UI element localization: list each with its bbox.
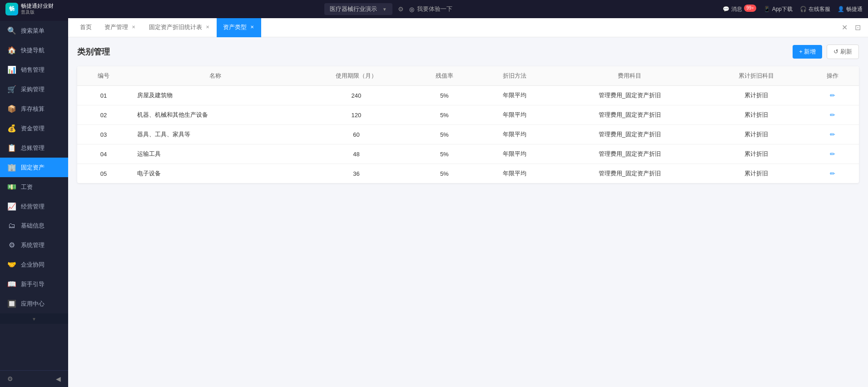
sidebar-item-salary[interactable]: 💵 工资 <box>0 177 68 197</box>
tab-asset-type-close[interactable]: ✕ <box>249 24 255 30</box>
col-expense: 费用科目 <box>553 66 706 86</box>
edit-icon[interactable]: ✏ <box>830 111 835 119</box>
cell-period: 60 <box>301 125 412 144</box>
cell-code: 04 <box>77 144 130 164</box>
sidebar-item-purchase[interactable]: 🛒 采购管理 <box>0 79 68 99</box>
sidebar-item-ledger[interactable]: 📋 总账管理 <box>0 138 68 158</box>
home-icon: 🏠 <box>7 46 16 55</box>
col-residual: 残值率 <box>412 66 476 86</box>
col-period: 使用期限（月） <box>301 66 412 86</box>
cell-operation[interactable]: ✏ <box>806 144 859 164</box>
tab-home[interactable]: 首页 <box>74 18 98 37</box>
tab-maximize-button[interactable]: ⊡ <box>853 21 863 34</box>
trial-text: 我要体验一下 <box>417 5 452 13</box>
cell-operation[interactable]: ✏ <box>806 86 859 105</box>
edit-icon[interactable]: ✏ <box>830 170 835 177</box>
sidebar-item-system[interactable]: ⚙ 系统管理 <box>0 235 68 255</box>
tab-asset-type-label: 资产类型 <box>223 23 247 31</box>
settings-button[interactable]: ⚙ <box>396 4 406 15</box>
cell-code: 02 <box>77 105 130 125</box>
messages-badge: 99+ <box>744 5 756 12</box>
ledger-icon: 📋 <box>7 144 16 152</box>
cell-operation[interactable]: ✏ <box>806 125 859 144</box>
app-download-icon: 📱 <box>764 6 770 12</box>
cell-expense: 管理费用_固定资产折旧 <box>553 105 706 125</box>
category-table: 编号 名称 使用期限（月） 残值率 折旧方法 费用科目 累计折旧科目 操作 01… <box>77 66 859 183</box>
sidebar-item-sales[interactable]: 📊 销售管理 <box>0 60 68 79</box>
user-button[interactable]: 👤 畅捷通 <box>838 5 863 13</box>
cell-name: 电子设备 <box>130 164 301 184</box>
page-content: 类别管理 + 新增 ↺ 刷新 编号 名称 使用期限（月） 残值率 折旧方法 费用… <box>68 37 868 387</box>
tab-depreciation-report[interactable]: 固定资产折旧统计表 ✕ <box>143 18 217 37</box>
sidebar-item-management[interactable]: 📈 经营管理 <box>0 197 68 216</box>
sidebar-item-enterprise[interactable]: 🤝 企业协同 <box>0 255 68 274</box>
sidebar-item-label: 基础信息 <box>21 222 45 230</box>
sidebar-item-label: 搜索菜单 <box>21 27 45 35</box>
tab-depreciation-report-label: 固定资产折旧统计表 <box>149 23 202 31</box>
edit-icon[interactable]: ✏ <box>830 131 835 138</box>
cell-expense: 管理费用_固定资产折旧 <box>553 164 706 184</box>
cell-residual: 5% <box>412 164 476 184</box>
app-download-button[interactable]: 📱 App下载 <box>764 5 793 13</box>
guide-icon: 📖 <box>7 280 16 288</box>
sidebar-item-label: 总账管理 <box>21 144 45 152</box>
sales-icon: 📊 <box>7 65 16 74</box>
sidebar-bottom: ⚙ ◀ <box>0 370 68 387</box>
table-row: 02 机器、机械和其他生产设备 120 5% 年限平均 管理费用_固定资产折旧 … <box>77 105 859 125</box>
header-left: 畅 畅捷通好业财 普及版 <box>5 3 54 15</box>
table-row: 03 器具、工具、家具等 60 5% 年限平均 管理费用_固定资产折旧 累计折旧… <box>77 125 859 144</box>
col-code: 编号 <box>77 66 130 86</box>
sidebar-item-label: 应用中心 <box>21 300 45 308</box>
tab-asset-type[interactable]: 资产类型 ✕ <box>217 18 261 37</box>
sidebar-item-quicknav[interactable]: 🏠 快捷导航 <box>0 40 68 60</box>
trial-button[interactable]: ◎ 我要体验一下 <box>409 5 452 13</box>
sidebar-item-label: 快捷导航 <box>21 46 45 55</box>
app-download-label: App下载 <box>772 5 793 13</box>
system-icon: ⚙ <box>7 241 16 249</box>
sidebar-item-capital[interactable]: 💰 资金管理 <box>0 119 68 138</box>
sidebar-item-apps[interactable]: 🔲 应用中心 <box>0 294 68 313</box>
cell-operation[interactable]: ✏ <box>806 105 859 125</box>
refresh-button[interactable]: ↺ 刷新 <box>827 45 859 59</box>
sidebar: 🔍 搜索菜单 🏠 快捷导航 📊 销售管理 🛒 采购管理 📦 库存核算 💰 资金管… <box>0 18 68 387</box>
sidebar-item-guide[interactable]: 📖 新手引导 <box>0 274 68 294</box>
top-header: 畅 畅捷通好业财 普及版 医疗器械行业演示 ▼ ⚙ ◎ 我要体验一下 💬 消息 … <box>0 0 868 18</box>
sidebar-item-basic[interactable]: 🗂 基础信息 <box>0 216 68 235</box>
col-operation: 操作 <box>806 66 859 86</box>
edit-icon[interactable]: ✏ <box>830 92 835 99</box>
messages-button[interactable]: 💬 消息 99+ <box>723 5 756 13</box>
page-title: 类别管理 <box>77 46 110 57</box>
sidebar-item-search[interactable]: 🔍 搜索菜单 <box>0 21 68 40</box>
new-button[interactable]: + 新增 <box>793 45 822 59</box>
tab-close-all-button[interactable]: ✕ <box>840 21 849 34</box>
cell-method: 年限平均 <box>476 125 553 144</box>
table-row: 04 运输工具 48 5% 年限平均 管理费用_固定资产折旧 累计折旧 ✏ <box>77 144 859 164</box>
sidebar-item-fixed[interactable]: 🏢 固定资产 <box>0 158 68 177</box>
content-area: 首页 资产管理 ✕ 固定资产折旧统计表 ✕ 资产类型 ✕ ✕ ⊡ <box>68 18 868 387</box>
customer-service-button[interactable]: 🎧 在线客服 <box>800 5 830 13</box>
sidebar-item-label: 新手引导 <box>21 280 45 288</box>
edit-icon[interactable]: ✏ <box>830 150 835 158</box>
col-method: 折旧方法 <box>476 66 553 86</box>
tab-asset-management-label: 资产管理 <box>104 23 128 31</box>
settings-bottom-icon[interactable]: ⚙ <box>7 375 13 382</box>
sidebar-item-inventory[interactable]: 📦 库存核算 <box>0 99 68 119</box>
cell-expense: 管理费用_固定资产折旧 <box>553 144 706 164</box>
cell-operation[interactable]: ✏ <box>806 164 859 184</box>
tab-asset-management-close[interactable]: ✕ <box>131 24 136 30</box>
inventory-icon: 📦 <box>7 104 16 113</box>
capital-icon: 💰 <box>7 124 16 133</box>
sidebar-scroll-down[interactable]: ▼ <box>0 313 68 324</box>
cell-code: 05 <box>77 164 130 184</box>
sidebar-item-label: 采购管理 <box>21 85 45 94</box>
collapse-icon[interactable]: ◀ <box>56 375 61 382</box>
company-selector[interactable]: 医疗器械行业演示 ▼ <box>324 3 392 15</box>
tab-asset-management[interactable]: 资产管理 ✕ <box>98 18 143 37</box>
tab-depreciation-report-close[interactable]: ✕ <box>205 24 210 30</box>
main-layout: 🔍 搜索菜单 🏠 快捷导航 📊 销售管理 🛒 采购管理 📦 库存核算 💰 资金管… <box>0 18 868 387</box>
col-name: 名称 <box>130 66 301 86</box>
cell-code: 01 <box>77 86 130 105</box>
page-actions: + 新增 ↺ 刷新 <box>793 45 859 59</box>
user-icon: 👤 <box>838 6 844 12</box>
app-logo: 畅 畅捷通好业财 普及版 <box>5 3 54 15</box>
